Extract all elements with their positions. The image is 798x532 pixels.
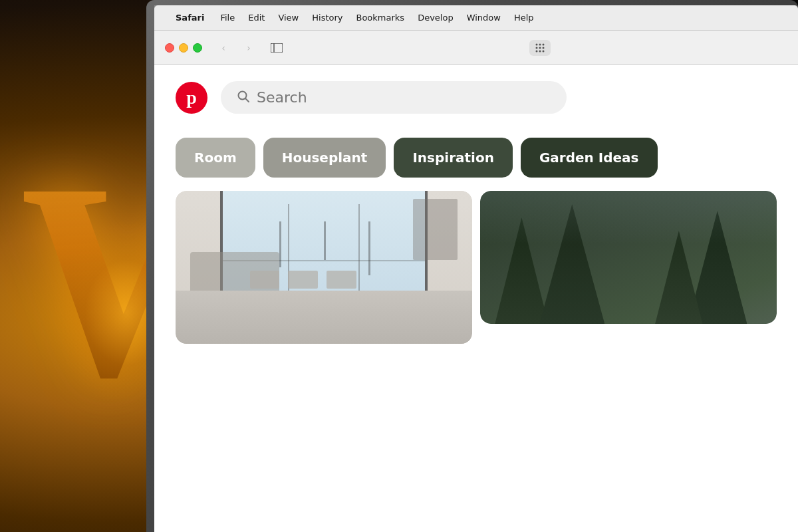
svg-line-12	[245, 98, 249, 102]
menubar-bookmarks[interactable]: Bookmarks	[351, 11, 410, 24]
svg-point-3	[539, 43, 541, 45]
svg-point-8	[536, 50, 538, 52]
laptop-frame: Safari File Edit View History Bookmarks …	[146, 0, 798, 532]
svg-point-9	[539, 50, 541, 52]
svg-point-7	[543, 47, 545, 49]
image-grid	[154, 191, 798, 344]
grid-column-left	[176, 191, 472, 344]
search-icon	[237, 90, 250, 106]
svg-point-4	[543, 43, 545, 45]
search-placeholder-text: Search	[257, 89, 307, 106]
svg-point-2	[536, 43, 538, 45]
forward-button[interactable]: ›	[239, 39, 258, 57]
menubar-file[interactable]: File	[215, 11, 240, 24]
menubar-history[interactable]: History	[307, 11, 348, 24]
menubar-develop[interactable]: Develop	[412, 11, 459, 24]
minimize-button[interactable]	[179, 43, 188, 53]
menubar-help[interactable]: Help	[509, 11, 539, 24]
menubar-safari[interactable]: Safari	[170, 11, 209, 24]
svg-point-5	[536, 47, 538, 49]
tab-area	[293, 40, 787, 56]
close-button[interactable]	[165, 43, 174, 53]
traffic-lights	[165, 43, 202, 53]
category-houseplant[interactable]: Houseplant	[263, 138, 386, 178]
category-garden-ideas[interactable]: Garden Ideas	[521, 138, 658, 178]
sidebar-icon	[271, 43, 283, 53]
back-button[interactable]: ‹	[214, 39, 233, 57]
menubar-edit[interactable]: Edit	[243, 11, 270, 24]
trees-image-card[interactable]	[480, 191, 777, 324]
back-arrow-icon: ‹	[221, 43, 225, 53]
grid-icon	[535, 43, 545, 53]
grid-column-right	[480, 191, 777, 344]
pinterest-header: p Search	[154, 65, 798, 127]
category-inspiration[interactable]: Inspiration	[394, 138, 513, 178]
browser-window: Safari File Edit View History Bookmarks …	[154, 5, 798, 532]
menubar-view[interactable]: View	[273, 11, 304, 24]
menubar-window[interactable]: Window	[462, 11, 506, 24]
room-image-card[interactable]	[176, 191, 472, 344]
menubar: Safari File Edit View History Bookmarks …	[154, 5, 798, 31]
browser-content: p Search Room Houseplant	[154, 65, 798, 532]
tab-overview-button[interactable]	[529, 40, 551, 56]
safari-toolbar: ‹ ›	[154, 31, 798, 65]
search-bar[interactable]: Search	[221, 81, 567, 114]
pinterest-logo[interactable]: p	[176, 82, 207, 114]
category-row: Room Houseplant Inspiration Garden Ideas	[154, 127, 798, 191]
maximize-button[interactable]	[193, 43, 202, 53]
svg-point-10	[543, 50, 545, 52]
screen-bezel: Safari File Edit View History Bookmarks …	[154, 5, 798, 532]
category-room[interactable]: Room	[176, 138, 255, 178]
svg-point-6	[539, 47, 541, 49]
svg-rect-0	[271, 43, 283, 53]
forward-arrow-icon: ›	[247, 43, 251, 53]
sidebar-toggle-button[interactable]	[267, 39, 286, 57]
